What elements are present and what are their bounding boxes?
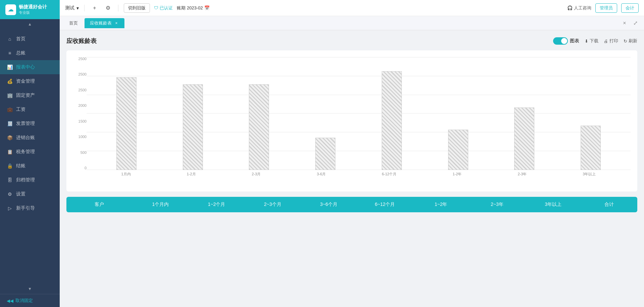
sidebar: ☁ 畅捷通好会计 专业版 ▲ ⌂ 首页 ≡ 总账 📊 报表中心 💰 资金管理 🏢… <box>0 0 60 307</box>
home-icon: ⌂ <box>7 36 13 42</box>
bar-group <box>514 107 534 170</box>
guide-icon: ▷ <box>7 205 13 211</box>
workspace-name: 测试 <box>65 5 74 11</box>
tab-home-label: 首页 <box>69 20 78 26</box>
workspace-selector[interactable]: 测试 ▾ <box>65 5 79 11</box>
chart-y-axis: 2500250025002000150010005000 <box>73 57 87 178</box>
sidebar-scroll-down[interactable]: ▼ <box>0 284 60 294</box>
sidebar-item-label-closing: 结账 <box>16 163 25 169</box>
x-axis-label: 3年以上 <box>583 172 596 177</box>
y-axis-label: 1000 <box>78 135 87 139</box>
funds-icon: 💰 <box>7 78 13 84</box>
sidebar-item-label-archive: 归档管理 <box>16 177 35 183</box>
sidebar-item-funds[interactable]: 💰 资金管理 <box>0 74 60 88</box>
ledger-icon: ≡ <box>7 50 13 56</box>
topbar: 测试 ▾ + ⚙ 切到旧版 🛡 已认证 账期 2023-02 📅 🎧 人工咨询 <box>60 0 644 16</box>
invoice-icon: 🧾 <box>7 121 13 127</box>
role-btn[interactable]: 会计 <box>621 3 639 13</box>
sidebar-item-archive[interactable]: 🗄 归档管理 <box>0 173 60 187</box>
x-axis-label: 6-12个月 <box>382 172 396 177</box>
app-logo-icon: ☁ <box>5 4 16 15</box>
tab-close-icon[interactable]: × <box>114 20 119 26</box>
period-value: 2023-02 <box>187 5 203 10</box>
topbar-divider-1 <box>84 5 85 11</box>
tab-home[interactable]: 首页 <box>64 18 83 28</box>
chart-container: 2500250025002000150010005000 1月内1-2月2-3月… <box>66 50 637 191</box>
bar-group <box>448 130 468 170</box>
sidebar-item-payroll[interactable]: 💼 工资 <box>0 102 60 117</box>
period-selector[interactable]: 账期 2023-02 📅 <box>177 5 210 11</box>
chart-bar <box>249 84 269 170</box>
x-axis-label: 3-6月 <box>317 172 326 177</box>
y-axis-label: 500 <box>80 151 87 155</box>
sidebar-item-settings[interactable]: ⚙ 设置 <box>0 187 60 201</box>
y-axis-label: 2000 <box>78 104 87 107</box>
consult-btn[interactable]: 🎧 人工咨询 <box>567 5 591 11</box>
chart-bar <box>116 77 137 170</box>
add-btn[interactable]: + <box>90 3 99 13</box>
page-actions: 图表 ⬇ 下载 🖨 打印 ↻ 刷新 <box>553 37 637 45</box>
reports-icon: 📊 <box>7 64 13 70</box>
table-header-cell: 合计 <box>581 197 637 212</box>
sidebar-item-label-payroll: 工资 <box>16 106 25 113</box>
chart-bar <box>448 130 468 170</box>
switch-old-btn[interactable]: 切到旧版 <box>124 3 150 13</box>
bar-group <box>315 138 335 170</box>
table-header-cell: 3~6个月 <box>301 197 357 212</box>
content-area: 应收账龄表 图表 ⬇ 下载 🖨 打印 ↻ 刷新 <box>60 30 644 307</box>
y-axis-label: 2500 <box>78 73 87 76</box>
sidebar-logo: ☁ 畅捷通好会计 专业版 <box>0 0 60 19</box>
table-header-cell: 客户 <box>66 197 132 212</box>
payroll-icon: 💼 <box>7 106 13 113</box>
refresh-btn[interactable]: ↻ 刷新 <box>624 38 637 44</box>
chart-area: 2500250025002000150010005000 1月内1-2月2-3月… <box>73 57 631 178</box>
close-window-btn[interactable]: × <box>620 18 629 28</box>
sidebar-item-home[interactable]: ⌂ 首页 <box>0 32 60 46</box>
refresh-label: 刷新 <box>629 38 637 44</box>
sidebar-item-closing[interactable]: 🔒 结账 <box>0 159 60 173</box>
tabbar: 首页 应收账龄表 × × ⤢ <box>60 16 644 30</box>
close-window-icon: × <box>623 20 626 26</box>
sidebar-scroll-up[interactable]: ▲ <box>0 19 60 29</box>
resize-window-btn[interactable]: ⤢ <box>631 18 640 28</box>
app-logo-text: 畅捷通好会计 专业版 <box>19 4 47 15</box>
sidebar-item-assets[interactable]: 🏢 固定资产 <box>0 88 60 102</box>
sidebar-item-invoice[interactable]: 🧾 发票管理 <box>0 117 60 131</box>
sidebar-item-tax[interactable]: 📋 税务管理 <box>0 145 60 159</box>
sidebar-item-stock[interactable]: 📦 进销台账 <box>0 131 60 145</box>
sidebar-item-label-funds: 资金管理 <box>16 78 35 84</box>
sidebar-item-ledger[interactable]: ≡ 总账 <box>0 46 60 60</box>
resize-icon: ⤢ <box>633 20 638 26</box>
sidebar-item-label-ledger: 总账 <box>16 50 25 56</box>
print-btn[interactable]: 🖨 打印 <box>604 38 618 44</box>
toggle-thumb <box>561 38 567 44</box>
manager-btn[interactable]: 管理员 <box>595 3 617 13</box>
x-axis-label: 1月内 <box>121 172 131 177</box>
tax-icon: 📋 <box>7 149 13 155</box>
x-axis-label: 1-2年 <box>452 172 462 177</box>
table-header-cell: 2~3年 <box>469 197 525 212</box>
chart-toggle[interactable]: 图表 <box>553 37 579 45</box>
sidebar-nav: ⌂ 首页 ≡ 总账 📊 报表中心 💰 资金管理 🏢 固定资产 💼 工资 🧾 发票… <box>0 29 60 284</box>
download-btn[interactable]: ⬇ 下载 <box>585 38 598 44</box>
manager-label: 管理员 <box>600 5 613 10</box>
toggle-track[interactable] <box>553 37 568 45</box>
sidebar-item-reports[interactable]: 📊 报表中心 <box>0 60 60 74</box>
cancel-fixed-btn[interactable]: ◀◀ 取消固定 <box>0 294 60 307</box>
settings-btn[interactable]: ⚙ <box>103 3 113 13</box>
tab-accounts-aging[interactable]: 应收账龄表 × <box>85 18 124 28</box>
sidebar-item-guide[interactable]: ▷ 新手引导 <box>0 201 60 215</box>
chart-bar <box>581 126 601 170</box>
sidebar-item-label-settings: 设置 <box>16 191 25 197</box>
table-header-cell: 1~2个月 <box>189 197 245 212</box>
chart-bar <box>183 84 203 170</box>
sidebar-item-label-invoice: 发票管理 <box>16 121 35 127</box>
x-axis-label: 2-3年 <box>518 172 527 177</box>
certified-label: 已认证 <box>160 5 173 11</box>
bar-group <box>249 84 269 170</box>
calendar-icon: 📅 <box>204 5 210 10</box>
table-header-cell: 1~2年 <box>413 197 469 212</box>
assets-icon: 🏢 <box>7 92 13 98</box>
download-label: 下载 <box>590 38 598 44</box>
archive-icon: 🗄 <box>7 177 13 183</box>
